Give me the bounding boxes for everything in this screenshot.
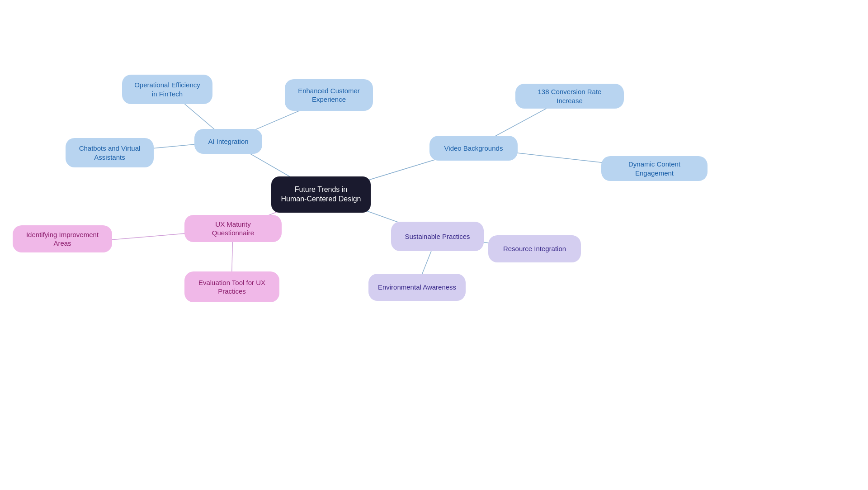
ai-integration-node: AI Integration — [194, 129, 262, 154]
environmental-awareness-node: Environmental Awareness — [368, 274, 466, 301]
conversion-rate-node: 138 Conversion Rate Increase — [515, 84, 624, 109]
sustainable-practices-node: Sustainable Practices — [391, 222, 484, 251]
chatbots-node: Chatbots and Virtual Assistants — [66, 138, 154, 167]
identifying-improvement-node: Identifying Improvement Areas — [13, 225, 112, 252]
resource-integration-node: Resource Integration — [488, 235, 581, 262]
dynamic-content-node: Dynamic Content Engagement — [601, 156, 708, 181]
center-label: Future Trends inHuman-Centered Design — [281, 185, 361, 204]
video-backgrounds-node: Video Backgrounds — [429, 136, 518, 161]
operational-efficiency-node: Operational Efficiency in FinTech — [122, 75, 212, 104]
center-node: Future Trends inHuman-Centered Design — [271, 176, 371, 213]
enhanced-customer-node: Enhanced Customer Experience — [285, 79, 373, 111]
ux-maturity-node: UX Maturity Questionnaire — [184, 215, 282, 242]
evaluation-tool-node: Evaluation Tool for UX Practices — [184, 271, 279, 302]
